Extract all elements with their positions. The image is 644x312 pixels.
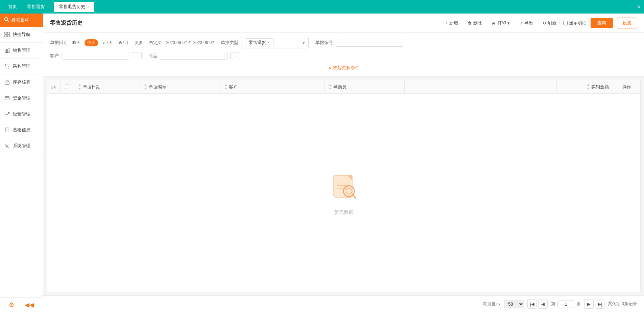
page-first-button[interactable]: |◀ <box>527 299 537 309</box>
sidebar-item-operations[interactable]: 经营管理 <box>0 106 43 122</box>
th-customer-label: 客户 <box>229 84 238 90</box>
sidebar-item-sales[interactable]: 销售管理 <box>0 43 43 59</box>
doc-type-label: 单据类型 <box>221 40 238 46</box>
date-sort-icon[interactable]: ▲▼ <box>78 83 81 90</box>
th-checkbox[interactable] <box>61 80 74 93</box>
tab-retail-return-label: 零售退货 <box>27 4 45 10</box>
th-guide: ▲▼ 导购员 <box>325 80 405 93</box>
date-btn-7days[interactable]: 近7天 <box>100 39 115 46</box>
finance-icon <box>4 95 10 101</box>
sales-icon <box>4 47 10 53</box>
print-button[interactable]: 🖨 打印 ▾ <box>489 19 512 27</box>
page-label: 第 <box>551 301 555 307</box>
sidebar-item-basic-info[interactable]: 基础信息 <box>0 122 43 138</box>
filter-row-2: 客户 ... 商品 ... <box>50 52 637 60</box>
customer-sort-icon[interactable]: ▲▼ <box>224 83 228 90</box>
svg-rect-11 <box>5 97 9 100</box>
date-range-display: 2023-06-02 至 2023-06-02 <box>166 40 214 46</box>
sidebar-item-quick-nav-label: 快捷导航 <box>13 31 30 38</box>
filter-row-1: 单据日期 昨天 今天 近7天 近1月 更多 自定义 2023-06-02 至 2… <box>50 37 637 48</box>
svg-point-0 <box>4 17 8 21</box>
amount-sort-icon[interactable]: ▲▼ <box>587 83 590 90</box>
tab-home[interactable]: 首页 <box>3 2 22 12</box>
sidebar-item-finance-label: 资金管理 <box>13 95 30 101</box>
tab-retail-return-history-close[interactable]: × <box>87 5 89 9</box>
collapse-bar[interactable]: ∧ 收起更多条件 <box>50 63 637 72</box>
goods-input[interactable] <box>160 52 228 60</box>
page-next-button[interactable]: ▶ <box>584 299 594 309</box>
date-filter-label: 单据日期 <box>50 40 68 46</box>
sidebar-item-purchase-label: 采购管理 <box>13 63 30 69</box>
new-button[interactable]: + 新增 <box>443 19 461 27</box>
date-btn-custom[interactable]: 自定义 <box>147 39 163 46</box>
show-detail-label: 显示明细 <box>569 20 587 26</box>
page-number-input[interactable] <box>557 300 574 308</box>
date-btn-yesterday[interactable]: 昨天 <box>70 39 82 46</box>
guide-sort-icon[interactable]: ▲▼ <box>329 83 332 90</box>
tab-list: 首页 零售退货 × 零售退货历史 × <box>3 2 637 12</box>
sidebar-bottom: ⚙ ◀◀ <box>0 297 43 312</box>
content-area: 零售退货历史 + 新增 🗑 删除 🖨 打印 ▾ ↗ 导出 <box>43 14 644 312</box>
tab-retail-return[interactable]: 零售退货 × <box>22 2 53 12</box>
sidebar-item-sales-label: 销售管理 <box>13 47 30 53</box>
customer-input[interactable] <box>62 52 129 60</box>
sidebar: 搜索菜单 快捷导航 销售管理 采购管理 库存核算 <box>0 14 43 312</box>
date-btn-today[interactable]: 今天 <box>85 39 98 46</box>
customer-label: 客户 <box>50 53 59 59</box>
export-icon: ↗ <box>519 21 523 26</box>
page-info: 第 页 <box>551 300 581 308</box>
sidebar-audio-icon[interactable]: ◀◀ <box>25 301 34 309</box>
sidebar-item-system[interactable]: 系统管理 <box>0 138 43 154</box>
goods-label: 商品 <box>148 53 157 59</box>
sidebar-settings-icon[interactable]: ⚙ <box>9 301 14 309</box>
svg-point-21 <box>53 86 55 88</box>
doc-type-selected-text: 零售退货 <box>248 40 266 46</box>
sidebar-item-inventory[interactable]: 库存核算 <box>0 74 43 90</box>
th-action: 操作 <box>613 80 640 93</box>
customer-select-button[interactable]: ... <box>132 52 142 59</box>
th-settings[interactable] <box>47 80 61 93</box>
doc-type-selector[interactable]: 零售退货 × ▾ <box>241 37 309 48</box>
page-last-button[interactable]: ▶| <box>595 299 604 309</box>
doc-type-chevron: ▾ <box>303 40 305 45</box>
goods-select-button[interactable]: ... <box>230 52 240 59</box>
per-page-select[interactable]: 10 20 50 100 <box>504 300 524 308</box>
search-menu-button[interactable]: 搜索菜单 <box>0 14 43 27</box>
export-button[interactable]: ↗ 导出 <box>517 19 536 27</box>
date-btn-1month[interactable]: 近1月 <box>117 39 131 46</box>
svg-point-28 <box>346 188 352 194</box>
show-detail-checkbox[interactable] <box>563 21 568 25</box>
doc-number-label: 单据编号 <box>315 40 333 46</box>
doc-type-remove[interactable]: × <box>267 40 270 45</box>
th-customer: ▲▼ 客户 <box>220 80 325 93</box>
table-container: ▲▼ 单据日期 ▲▼ 单据编号 ▲▼ 客户 ▲▼ 导购员 ▲▼ <box>47 80 641 292</box>
date-btn-more[interactable]: 更多 <box>133 39 145 46</box>
sidebar-item-purchase[interactable]: 采购管理 <box>0 59 43 74</box>
doc-type-tag: 零售退货 × <box>245 38 273 47</box>
page-prev-button[interactable]: ◀ <box>538 299 548 309</box>
table-header: ▲▼ 单据日期 ▲▼ 单据编号 ▲▼ 客户 ▲▼ 导购员 ▲▼ <box>47 80 640 94</box>
tab-retail-return-close[interactable]: × <box>47 5 49 9</box>
svg-point-7 <box>6 68 7 69</box>
svg-line-29 <box>353 195 356 198</box>
select-all-checkbox[interactable] <box>65 85 69 89</box>
sidebar-item-basic-info-label: 基础信息 <box>13 127 30 133</box>
settings-button[interactable]: 设置 <box>617 18 637 28</box>
app-close-button[interactable]: × <box>637 3 641 10</box>
svg-rect-2 <box>5 32 7 34</box>
refresh-button[interactable]: ↻ 刷新 <box>540 19 559 27</box>
page-unit-label: 页 <box>576 301 581 307</box>
delete-button[interactable]: 🗑 删除 <box>465 19 485 27</box>
sidebar-item-finance[interactable]: 资金管理 <box>0 90 43 106</box>
tab-retail-return-history[interactable]: 零售退货历史 × <box>54 2 94 12</box>
th-amount-label: 实销金额 <box>591 84 609 90</box>
doc-number-input[interactable] <box>336 39 403 47</box>
sidebar-item-quick-nav[interactable]: 快捷导航 <box>0 27 43 43</box>
operations-icon <box>4 111 10 117</box>
system-icon <box>4 143 10 149</box>
main-layout: 搜索菜单 快捷导航 销售管理 采购管理 库存核算 <box>0 14 644 312</box>
tab-home-label: 首页 <box>8 4 17 10</box>
number-sort-icon[interactable]: ▲▼ <box>144 83 147 90</box>
query-button[interactable]: 查询 <box>591 18 613 28</box>
th-amount: ▲▼ 实销金额 <box>557 80 613 93</box>
